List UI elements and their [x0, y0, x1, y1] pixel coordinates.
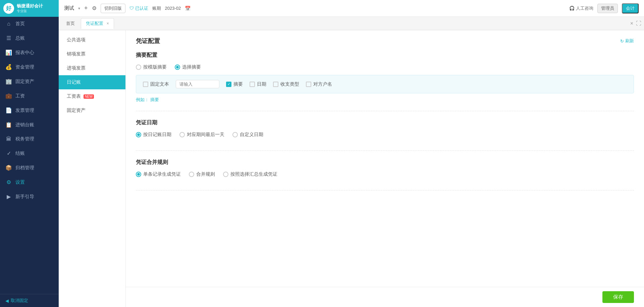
sidebar: 好 畅捷通好会计 专业版 ⌂ 首页 ☰ 总账 📊 报表中心 💰 资金管理 🏢 固… — [0, 0, 59, 307]
guide-icon: ▶ — [5, 193, 12, 200]
sidebar-item-label: 发票管理 — [15, 107, 34, 114]
radio-select-summary[interactable]: 按照选择汇总生成凭证 — [223, 171, 277, 177]
funds-icon: 💰 — [5, 64, 12, 70]
sidebar-item-label: 进销台账 — [15, 122, 34, 128]
sidebar-item-closing[interactable]: ✓ 结账 — [0, 146, 59, 161]
add-tab-btn[interactable]: + — [84, 5, 88, 12]
merge-section-title: 凭证合并规则 — [136, 159, 634, 166]
checkbox-summary-box — [226, 82, 231, 87]
left-panel-item-fixed_assets[interactable]: 固定资产 — [59, 103, 125, 118]
archive-icon: 📦 — [5, 165, 12, 171]
verified-label: 已认证 — [135, 5, 148, 11]
radio-select-circle — [175, 64, 180, 70]
checkbox-date-box — [250, 82, 255, 87]
sidebar-item-invoice[interactable]: 📄 发票管理 — [0, 103, 59, 118]
tab-voucher-config-label: 凭证配置 — [86, 21, 103, 26]
sidebar-item-payroll[interactable]: 💼 工资 — [0, 89, 59, 103]
radio-custom-circle — [232, 132, 238, 137]
checkbox-date-label: 日期 — [257, 81, 266, 87]
tab-voucher-config[interactable]: 凭证配置 × — [81, 18, 114, 29]
save-btn[interactable]: 保存 — [602, 291, 634, 303]
sidebar-item-label: 资金管理 — [15, 64, 34, 70]
sidebar-item-settings[interactable]: ⚙ 设置 — [0, 175, 59, 189]
shield-icon: 🛡 — [129, 6, 134, 11]
sidebar-item-archive[interactable]: 📦 归档管理 — [0, 161, 59, 175]
radio-select-summary[interactable]: 选择摘要 — [175, 64, 201, 70]
sidebar-item-home[interactable]: ⌂ 首页 — [0, 17, 59, 31]
summary-example: 例如： 摘要 — [136, 97, 634, 103]
closing-icon: ✓ — [5, 150, 12, 157]
left-panel-item-purchase_invoice[interactable]: 进项发票 — [59, 61, 125, 75]
main-wrapper: 测试 ▾ + ⚙ 切到旧版 🛡 已认证 账期 2023-02 📅 🎧 人工咨询 … — [59, 0, 644, 307]
checkbox-summary[interactable]: 摘要 — [226, 81, 243, 87]
sidebar-item-ledger[interactable]: ☰ 总账 — [0, 31, 59, 45]
radio-template-summary[interactable]: 按模版摘要 — [136, 64, 167, 70]
checkbox-fixed-text[interactable]: 固定文本 — [143, 81, 169, 87]
radio-period-last[interactable]: 对应期间最后一天 — [179, 132, 224, 138]
cancel-fixed-btn[interactable]: ◀ 取消固定 — [0, 294, 59, 307]
sidebar-logo: 好 畅捷通好会计 专业版 — [0, 0, 59, 17]
sidebar-item-tax[interactable]: 🏛 税务管理 — [0, 132, 59, 146]
date-radio-group: 按日记账日期 对应期间最后一天 自定义日期 — [136, 132, 634, 138]
assets-icon: 🏢 — [5, 78, 12, 85]
radio-custom-date[interactable]: 自定义日期 — [232, 132, 263, 138]
radio-select-label: 选择摘要 — [182, 64, 201, 70]
left-panel-item-sales_invoice[interactable]: 销项发票 — [59, 47, 125, 61]
window-close-btn[interactable]: × — [630, 20, 633, 27]
radio-single-record[interactable]: 单条记录生成凭证 — [136, 171, 181, 177]
sidebar-item-funds[interactable]: 💰 资金管理 — [0, 60, 59, 74]
sales-icon: 📋 — [5, 122, 12, 128]
refresh-btn[interactable]: ↻ 刷新 — [620, 38, 634, 44]
sidebar-item-label: 工资 — [15, 93, 25, 99]
page-title: 凭证配置 — [136, 37, 160, 45]
left-panel-item-payroll_table[interactable]: 工资表 NEW — [59, 89, 125, 103]
role-btn[interactable]: 会计 — [622, 3, 639, 13]
tab-actions: × ⛶ — [630, 20, 641, 27]
tab-close-icon[interactable]: × — [107, 21, 109, 26]
radio-template-circle — [136, 64, 141, 70]
summary-section-title: 摘要配置 — [136, 52, 634, 59]
fullscreen-btn[interactable]: ⛶ — [636, 20, 641, 27]
date-section: 凭证日期 按日记账日期 对应期间最后一天 自定义日期 — [136, 119, 634, 151]
summary-section: 摘要配置 按模版摘要 选择摘要 — [136, 52, 634, 111]
checkbox-counterparty[interactable]: 对方户名 — [306, 81, 332, 87]
verified-status: 🛡 已认证 — [129, 5, 148, 11]
checkbox-counterparty-box — [306, 82, 311, 87]
company-name: 测试 — [64, 5, 74, 11]
fixed-text-input[interactable] — [176, 80, 219, 88]
tab-home[interactable]: 首页 — [61, 18, 79, 29]
sidebar-item-reports[interactable]: 📊 报表中心 — [0, 45, 59, 60]
cancel-fixed-icon: ◀ — [5, 298, 9, 303]
radio-merge-label: 合并规则 — [196, 171, 215, 177]
refresh-label: 刷新 — [625, 38, 634, 44]
radio-select-summary-circle — [223, 172, 228, 177]
checkbox-income-label: 收支类型 — [280, 81, 299, 87]
radio-single-label: 单条记录生成凭证 — [143, 171, 181, 177]
radio-custom-label: 自定义日期 — [240, 132, 263, 138]
refresh-icon: ↻ — [620, 39, 624, 44]
radio-diary-date[interactable]: 按日记账日期 — [136, 132, 171, 138]
admin-btn[interactable]: 管理员 — [597, 4, 618, 13]
settings-gear-icon[interactable]: ⚙ — [92, 5, 97, 11]
sidebar-item-guide[interactable]: ▶ 新手引导 — [0, 189, 59, 204]
ledger-icon: ☰ — [5, 35, 12, 41]
sidebar-item-assets[interactable]: 🏢 固定资产 — [0, 74, 59, 89]
checkbox-summary-label: 摘要 — [233, 81, 243, 87]
checkbox-income-type[interactable]: 收支类型 — [273, 81, 299, 87]
checkbox-date[interactable]: 日期 — [250, 81, 266, 87]
merge-section: 凭证合并规则 单条记录生成凭证 合并规则 按照选择汇总生成凭证 — [136, 159, 634, 190]
logo-text: 畅捷通好会计 — [17, 3, 43, 9]
sidebar-nav: ⌂ 首页 ☰ 总账 📊 报表中心 💰 资金管理 🏢 固定资产 💼 工资 📄 发票… — [0, 17, 59, 294]
page-header: 凭证配置 ↻ 刷新 — [136, 37, 634, 45]
sidebar-item-label: 固定资产 — [15, 79, 34, 85]
radio-merge-rule[interactable]: 合并规则 — [189, 171, 215, 177]
left-panel-item-diary[interactable]: 日记账 — [59, 75, 125, 89]
sidebar-item-sales[interactable]: 📋 进销台账 — [0, 118, 59, 132]
help-btn[interactable]: 🎧 人工咨询 — [569, 5, 593, 11]
company-dropdown-icon[interactable]: ▾ — [78, 6, 80, 11]
calendar-icon[interactable]: 📅 — [185, 6, 191, 11]
old-version-btn[interactable]: 切到旧版 — [101, 4, 125, 13]
left-panel-item-public[interactable]: 公共选项 — [59, 33, 125, 47]
content-area: 公共选项销项发票进项发票日记账工资表 NEW固定资产 凭证配置 ↻ 刷新 摘要配… — [59, 30, 644, 307]
sidebar-item-label: 总账 — [15, 35, 25, 41]
